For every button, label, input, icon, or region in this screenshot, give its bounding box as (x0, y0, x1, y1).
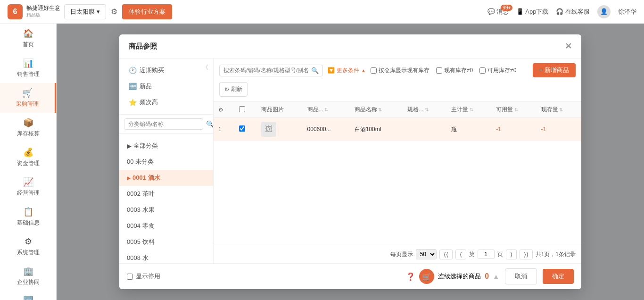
refresh-button[interactable]: ↻ 刷新 (219, 82, 248, 97)
message-icon-wrap[interactable]: 💬 99+ 消息 (487, 8, 509, 16)
logo-icon: 6 (8, 4, 23, 19)
online-service[interactable]: 🎧 在线客服 (556, 8, 590, 16)
category-search-input[interactable] (124, 118, 203, 130)
cart-icon[interactable]: 🛒 (419, 269, 434, 284)
avatar[interactable]: 👤 (597, 5, 611, 18)
sidebar-item-home[interactable]: 🏠 首页 (0, 24, 56, 53)
trial-button[interactable]: 体验行业方案 (122, 4, 172, 19)
sidebar-item-enterprise[interactable]: 🏢 企业协同 (0, 261, 56, 291)
row-unit: 瓶 (446, 118, 491, 141)
row-num: 1 (214, 118, 234, 141)
col-code[interactable]: 商品... (303, 102, 350, 118)
sidebar-item-inventory[interactable]: 📦 库存核算 (0, 113, 56, 142)
checkbox-has-stock[interactable]: 现有库存≠0 (436, 67, 473, 75)
per-page-select[interactable]: 50 (416, 249, 437, 259)
filter-checkboxes: 按仓库显示现有库存 现有库存≠0 可用库存≠0 (371, 67, 517, 75)
checkbox-by-warehouse[interactable]: 按仓库显示现有库存 (371, 67, 429, 75)
assets-icon: 💰 (23, 147, 33, 158)
settings-col-icon: ⚙ (218, 107, 223, 113)
modal-overlay: 商品参照 ✕ 🕐 近期购买 (57, 24, 644, 300)
col-spec[interactable]: 规格... (403, 102, 446, 118)
checkbox-avail-stock[interactable]: 可用库存≠0 (479, 67, 516, 75)
cat-label-0002: 0002 茶叶 (127, 190, 155, 198)
page-number-input[interactable] (478, 250, 495, 259)
row-checkbox-cell[interactable] (234, 118, 256, 141)
avatar-icon: 👤 (600, 8, 608, 15)
show-disabled-label: 显示停用 (136, 272, 160, 281)
by-warehouse-checkbox[interactable] (371, 67, 377, 74)
modal-body: 🕐 近期购买 🆕 新品 ⭐ 频次高 (119, 58, 581, 263)
cart-area: ❓ 🛒 连续选择的商品 0 ▲ (406, 269, 499, 284)
help-icon[interactable]: ❓ (406, 272, 415, 281)
confirm-button[interactable]: 确定 (543, 269, 574, 284)
modal-footer: 显示停用 ❓ 🛒 连续选择的商品 0 ▲ 取消 确定 (119, 263, 581, 289)
message-icon: 💬 (487, 8, 495, 15)
col-settings[interactable]: ⚙ (214, 102, 234, 118)
collapse-cart-icon[interactable]: ▲ (493, 273, 499, 280)
sidebar-item-guide[interactable]: 🆕 新手引导 (0, 291, 56, 300)
col-unit[interactable]: 主计量 (446, 102, 491, 118)
add-product-button[interactable]: + 新增商品 (533, 63, 576, 77)
quick-recent[interactable]: 🕐 近期购买 (124, 63, 202, 77)
inventory-icon: 📦 (23, 117, 33, 128)
select-all-checkbox[interactable] (239, 106, 245, 112)
store-selector[interactable]: 日太阳膜 ▾ (64, 4, 106, 19)
enterprise-icon: 🏢 (23, 266, 33, 276)
shopping-cart-icon: 🛒 (422, 272, 431, 281)
category-search-icon[interactable]: 🔍 (206, 120, 214, 128)
app-download[interactable]: 📱 App下载 (516, 8, 548, 16)
next-page-button[interactable]: ⟩ (506, 250, 517, 259)
cat-0005[interactable]: 0005 饮料 (119, 234, 213, 250)
cat-0002[interactable]: 0002 茶叶 (119, 186, 213, 202)
cat-0008[interactable]: 0008 水 (119, 250, 213, 263)
cat-0004[interactable]: 0004 零食 (119, 218, 213, 234)
search-icon[interactable]: 🔍 (311, 67, 319, 74)
table-row[interactable]: 1 🖼 000600... 白酒100ml (214, 118, 581, 141)
cat-00[interactable]: 00 未分类 (119, 154, 213, 170)
cat-all[interactable]: ▶ 全部分类 (119, 138, 213, 154)
collapse-left-panel-button[interactable]: 《 (202, 63, 208, 72)
refresh-icon: ↻ (224, 86, 229, 93)
col-checkbox[interactable] (234, 102, 256, 118)
cat-label-00: 00 未分类 (127, 158, 154, 166)
cat-0003[interactable]: 0003 水果 (119, 202, 213, 218)
sidebar-label-assets: 资金管理 (17, 159, 40, 167)
modal-left-panel: 🕐 近期购买 🆕 新品 ⭐ 频次高 (119, 58, 214, 263)
more-filter-button[interactable]: 🔽 更多条件 ▲ (328, 67, 366, 75)
sidebar-item-basic[interactable]: 📋 基础信息 (0, 202, 56, 232)
sidebar-item-business[interactable]: 📈 经营管理 (0, 172, 56, 202)
filter-icon: 🔽 (328, 67, 335, 74)
product-search-input[interactable] (223, 67, 308, 74)
show-disabled-toggle[interactable]: 显示停用 (127, 272, 160, 281)
show-disabled-checkbox[interactable] (127, 274, 133, 280)
modal-close-button[interactable]: ✕ (565, 41, 572, 51)
sidebar-item-assets[interactable]: 💰 资金管理 (0, 142, 56, 172)
brand-name: 畅捷通好生意 (26, 5, 60, 12)
first-page-button[interactable]: ⟨⟨ (439, 250, 453, 259)
sidebar-item-system[interactable]: ⚙ 系统管理 (0, 232, 56, 261)
avail-stock-checkbox[interactable] (479, 67, 486, 74)
settings-icon[interactable]: ⚙ (111, 7, 117, 16)
sidebar-item-sales[interactable]: 📊 销售管理 (0, 53, 56, 83)
quick-new[interactable]: 🆕 新品 (124, 79, 202, 93)
sidebar-item-purchase[interactable]: 🛒 采购管理 (0, 83, 56, 113)
basic-icon: 📋 (23, 207, 33, 217)
row-checkbox[interactable] (239, 125, 245, 132)
col-name[interactable]: 商品名称 (350, 102, 403, 118)
col-img: 商品图片 (256, 102, 302, 118)
navbar: 6 畅捷通好生意 精品版 日太阳膜 ▾ ⚙ 体验行业方案 💬 99+ 消息 📱 … (0, 0, 644, 24)
row-stock: -1 (537, 118, 581, 141)
cat-0001[interactable]: ▶ 0001 酒水 (119, 170, 213, 186)
row-avail: -1 (491, 118, 536, 141)
last-page-button[interactable]: ⟩⟩ (520, 250, 533, 259)
prev-page-button[interactable]: ⟨ (455, 250, 466, 259)
col-stock[interactable]: 现存量 (537, 102, 581, 118)
sidebar-label-enterprise: 企业协同 (17, 278, 40, 286)
row-code: 000600... (303, 118, 350, 141)
system-icon: ⚙ (25, 236, 32, 247)
cancel-button[interactable]: 取消 (505, 268, 537, 284)
col-avail[interactable]: 可用量 (491, 102, 536, 118)
home-icon: 🏠 (23, 28, 33, 39)
quick-frequent[interactable]: ⭐ 频次高 (124, 95, 202, 109)
has-stock-checkbox[interactable] (436, 67, 442, 74)
